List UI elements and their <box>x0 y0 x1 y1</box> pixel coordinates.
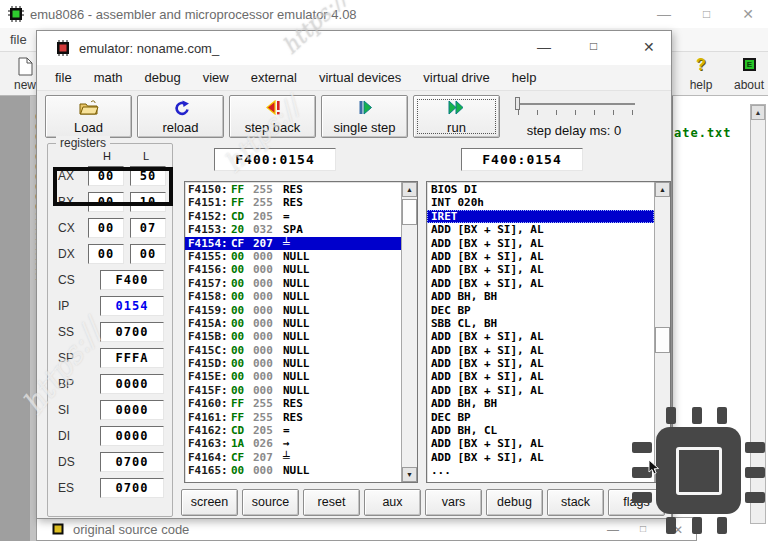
disassembly-row[interactable]: ADD [BX + SI], AL <box>427 250 654 263</box>
disassembly-row[interactable]: ADD [BX + SI], AL <box>427 263 654 276</box>
about-button[interactable]: E about <box>726 55 768 93</box>
main-minimize-button[interactable]: — <box>657 7 671 21</box>
register-ax-low[interactable]: 50 <box>130 166 166 186</box>
source-maximize-button[interactable]: □ <box>640 523 646 534</box>
disassembly-row[interactable]: DEC BP <box>427 411 654 424</box>
emulator-close-button[interactable]: ✕ <box>643 40 655 54</box>
memory-row[interactable]: F4164:CF207╧ <box>185 451 401 464</box>
register-bx-high[interactable]: 00 <box>88 192 124 212</box>
source-editor-area[interactable]: ate.txt ▲ <box>672 96 768 541</box>
register-cs-value[interactable]: F400 <box>100 270 164 290</box>
memory-row[interactable]: F4158:00000NULL <box>185 290 401 303</box>
editor-scrollbar[interactable]: ▲ <box>750 104 766 524</box>
register-bp-value[interactable]: 0000 <box>100 374 164 394</box>
register-cx-low[interactable]: 07 <box>130 218 166 238</box>
disassembly-row[interactable]: ADD BH, CL <box>427 424 654 437</box>
memory-row[interactable]: F4160:FF255RES <box>185 397 401 410</box>
memory-row[interactable]: F4157:00000NULL <box>185 277 401 290</box>
memory-scrollbar[interactable]: ▲ ▼ <box>401 182 417 482</box>
memory-row[interactable]: F4162:CD205= <box>185 424 401 437</box>
reset-button[interactable]: reset <box>303 489 360 516</box>
memory-row[interactable]: F4163:1A026→ <box>185 437 401 450</box>
register-ds-value[interactable]: 0700 <box>100 452 164 472</box>
register-ss-value[interactable]: 0700 <box>100 322 164 342</box>
memory-row[interactable]: F415E:00000NULL <box>185 370 401 383</box>
step-delay-slider[interactable]: step delay ms: 0 <box>509 97 639 141</box>
memory-scroll-thumb[interactable] <box>402 199 417 225</box>
disassembly-scrollbar[interactable]: ▲ ▼ <box>654 182 670 482</box>
editor-scroll-up-icon[interactable]: ▲ <box>751 105 765 120</box>
disassembly-row[interactable]: ADD BH, BH <box>427 397 654 410</box>
step-back-button[interactable]: step back <box>229 95 316 138</box>
disassembly-row[interactable]: ADD [BX + SI], AL <box>427 237 654 250</box>
main-menu-file[interactable]: file <box>0 32 37 47</box>
memory-row[interactable]: F4151:FF255RES <box>185 196 401 209</box>
memory-row[interactable]: F4155:00000NULL <box>185 250 401 263</box>
memory-row[interactable]: F4159:00000NULL <box>185 304 401 317</box>
aux-button[interactable]: aux <box>364 489 421 516</box>
source-close-button[interactable]: ✕ <box>673 523 683 537</box>
disassembly-row[interactable]: ADD [BX + SI], AL <box>427 357 654 370</box>
emulator-maximize-button[interactable]: □ <box>590 40 597 52</box>
register-es-value[interactable]: 0700 <box>100 478 164 498</box>
emu-menu-external[interactable]: external <box>251 70 297 85</box>
memory-row[interactable]: F4154:CF207╧ <box>185 237 401 250</box>
register-dx-low[interactable]: 00 <box>130 244 166 264</box>
disassembly-row[interactable]: BIOS DI <box>427 183 654 196</box>
disassembly-row[interactable]: ADD [BX + SI], AL <box>427 223 654 236</box>
memory-row[interactable]: F415A:00000NULL <box>185 317 401 330</box>
disassembly-list-pane[interactable]: BIOS DIINT 020hIRETADD [BX + SI], ALADD … <box>426 181 671 483</box>
disassembly-row[interactable]: ... <box>427 464 654 477</box>
single-step-button[interactable]: single step <box>321 95 408 138</box>
register-cx-high[interactable]: 00 <box>88 218 124 238</box>
memory-row[interactable]: F415C:00000NULL <box>185 344 401 357</box>
emu-menu-virtual-drive[interactable]: virtual drive <box>423 70 489 85</box>
register-di-value[interactable]: 0000 <box>100 426 164 446</box>
disassembly-row[interactable]: ADD BH, BH <box>427 290 654 303</box>
disassembly-row[interactable]: DEC BP <box>427 304 654 317</box>
disassembly-row[interactable]: ADD [BX + SI], AL <box>427 344 654 357</box>
source-minimize-button[interactable]: — <box>607 523 619 537</box>
disassembly-row[interactable]: IRET <box>427 210 654 223</box>
register-dx-high[interactable]: 00 <box>88 244 124 264</box>
main-maximize-button[interactable]: □ <box>703 8 710 20</box>
memory-row[interactable]: F415B:00000NULL <box>185 330 401 343</box>
disassembly-row[interactable]: ADD [BX + SI], AL <box>427 330 654 343</box>
screen-button[interactable]: screen <box>181 489 238 516</box>
memory-row[interactable]: F415D:00000NULL <box>185 357 401 370</box>
memory-address-field[interactable]: F400:0154 <box>214 148 336 171</box>
disassembly-row[interactable]: ADD [BX + SI], AL <box>427 437 654 450</box>
original-source-window[interactable]: original source code — □ ✕ <box>36 517 697 541</box>
memory-row[interactable]: F4152:CD205= <box>185 210 401 223</box>
memory-row[interactable]: F4153:20032SPA <box>185 223 401 236</box>
disassembly-row[interactable]: INT 020h <box>427 196 654 209</box>
register-bx-low[interactable]: 10 <box>130 192 166 212</box>
register-ip-value[interactable]: 0154 <box>100 296 164 316</box>
flags-button[interactable]: flags <box>608 489 665 516</box>
emu-menu-math[interactable]: math <box>94 70 123 85</box>
reload-button[interactable]: reload <box>137 95 224 138</box>
disassembly-row[interactable]: ADD [BX + SI], AL <box>427 277 654 290</box>
register-sp-value[interactable]: FFFA <box>100 348 164 368</box>
memory-scroll-down-icon[interactable]: ▼ <box>402 467 417 482</box>
disassembly-address-field[interactable]: F400:0154 <box>461 148 583 171</box>
stack-button[interactable]: stack <box>547 489 604 516</box>
memory-row[interactable]: F415F:00000NULL <box>185 384 401 397</box>
register-ax-high[interactable]: 00 <box>88 166 124 186</box>
emu-menu-view[interactable]: view <box>203 70 229 85</box>
emu-menu-help[interactable]: help <box>512 70 537 85</box>
disassembly-row[interactable]: ADD [BX + SI], AL <box>427 451 654 464</box>
run-button[interactable]: run <box>413 95 500 138</box>
help-button[interactable]: ? help <box>678 55 724 93</box>
disassembly-row[interactable]: SBB CL, BH <box>427 317 654 330</box>
slider-thumb[interactable] <box>515 97 520 110</box>
disassembly-scroll-up-icon[interactable]: ▲ <box>655 182 670 197</box>
debug-button[interactable]: debug <box>486 489 543 516</box>
emulator-titlebar[interactable]: emulator: noname.com_ — □ ✕ <box>37 31 671 65</box>
disassembly-row[interactable]: ADD [BX + SI], AL <box>427 384 654 397</box>
memory-row[interactable]: F4156:00000NULL <box>185 263 401 276</box>
disassembly-scroll-thumb[interactable] <box>655 327 670 353</box>
source-button[interactable]: source <box>242 489 299 516</box>
memory-scroll-up-icon[interactable]: ▲ <box>402 182 417 197</box>
memory-row[interactable]: F4165:00000NULL <box>185 464 401 477</box>
